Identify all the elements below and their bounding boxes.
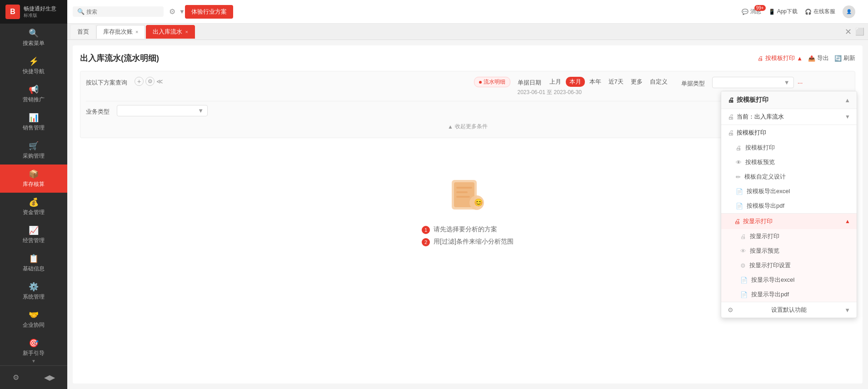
date-filter-group: 单据日期 上月 本月 本年 近7天 更多 自定义 bbox=[518, 77, 670, 96]
main-area: 🔍 ⚙ ▼ 体验行业方案 💬 消息 99+ 📱 App下载 🎧 bbox=[67, 0, 868, 389]
sidebar-item-inventory[interactable]: 📦 库存核算 bbox=[0, 165, 67, 193]
top-bar-tools: ⚙ ▼ bbox=[169, 7, 185, 16]
filter-settings-btn[interactable]: ⚙ bbox=[145, 77, 155, 86]
dropdown-item-display-pdf[interactable]: 📄 按显示导出pdf bbox=[721, 287, 857, 302]
template-print-section: 🖨 按模板打印 🖨 按模板打印 👁 按模板预览 bbox=[721, 125, 857, 214]
refresh-btn[interactable]: 🔄 刷新 bbox=[834, 54, 855, 62]
date-this-year[interactable]: 本年 bbox=[587, 77, 604, 87]
biz-type-select[interactable]: ▼ bbox=[117, 105, 208, 116]
sidebar-item-finance[interactable]: 💰 资金管理 bbox=[0, 193, 67, 221]
dropdown-item-template-preview[interactable]: 👁 按模板预览 bbox=[721, 155, 857, 170]
display-print-section-header[interactable]: 🖨 按显示打印 ▲ bbox=[721, 214, 857, 229]
dropdown-item-template-excel[interactable]: 📄 按模板导出excel bbox=[721, 184, 857, 199]
topbar-dropdown-icon[interactable]: ▼ bbox=[179, 8, 185, 15]
topbar-gear-icon[interactable]: ⚙ bbox=[169, 7, 175, 16]
date-more[interactable]: 更多 bbox=[628, 77, 645, 87]
dropdown-item-display-print[interactable]: 🖨 按显示打印 bbox=[721, 229, 857, 244]
date-last-7[interactable]: 近7天 bbox=[606, 77, 626, 87]
print-expand-icon[interactable]: ▲ bbox=[797, 55, 803, 62]
collapse-icon[interactable]: ◀▶ bbox=[41, 370, 58, 384]
logo-name: 畅捷通好生意 bbox=[24, 5, 56, 13]
dropdown-item-display-excel[interactable]: 📄 按显示导出excel bbox=[721, 273, 857, 287]
search-box[interactable]: 🔍 bbox=[73, 6, 164, 17]
dropdown-item-display-settings[interactable]: ⚙ 按显示打印设置 bbox=[721, 258, 857, 273]
tag-dot bbox=[479, 81, 482, 84]
template-section-icon: 🖨 bbox=[728, 129, 734, 136]
tab-home[interactable]: 首页 bbox=[71, 25, 95, 39]
dropdown-current-section: 🖨 当前：出入库流水 ▼ bbox=[721, 109, 857, 125]
dropdown-item-display-preview[interactable]: 👁 按显示预览 bbox=[721, 244, 857, 258]
item-display-preview-label: 按显示预览 bbox=[750, 247, 779, 255]
tab-batch-account[interactable]: 库存批次账 × bbox=[96, 25, 145, 39]
sidebar-icon-quick-nav: ⚡ bbox=[29, 56, 39, 66]
sidebar-item-search[interactable]: 🔍 搜索菜单 bbox=[0, 24, 67, 52]
date-this-month[interactable]: 本月 bbox=[566, 77, 585, 87]
step-1-text: 请先选择要分析的方案 bbox=[434, 225, 497, 234]
message-btn[interactable]: 💬 消息 99+ bbox=[742, 8, 761, 15]
empty-illustration: 😊 bbox=[445, 171, 490, 216]
display-print-section: 🖨 按显示打印 ▲ 🖨 按显示打印 👁 按显示预览 bbox=[721, 214, 857, 302]
current-template-arrow[interactable]: ▼ bbox=[845, 114, 850, 120]
date-last-month[interactable]: 上月 bbox=[547, 77, 564, 87]
dropdown-footer[interactable]: ⚙ 设置默认功能 ▼ bbox=[721, 302, 857, 318]
footer-label: 设置默认功能 bbox=[771, 306, 807, 314]
tab-batch-account-close[interactable]: × bbox=[135, 29, 138, 35]
dropdown-print-icon: 🖨 bbox=[728, 96, 734, 104]
dropdown-item-template-pdf[interactable]: 📄 按模板导出pdf bbox=[721, 199, 857, 213]
empty-step-2: 2 用[过滤]条件来缩小分析范围 bbox=[422, 238, 514, 246]
close-icon[interactable]: ✕ bbox=[845, 27, 852, 37]
user-avatar[interactable]: 👤 bbox=[843, 5, 855, 18]
sidebar-label-quick-nav: 快捷导航 bbox=[23, 68, 45, 75]
scroll-down-icon[interactable]: ▼ bbox=[31, 359, 36, 364]
sidebar-item-marketing[interactable]: 📢 营销推广 bbox=[0, 80, 67, 108]
sidebar-icon-enterprise: 🤝 bbox=[29, 310, 39, 320]
online-service-btn[interactable]: 🎧 在线客服 bbox=[805, 8, 835, 15]
industry-btn[interactable]: 体验行业方案 bbox=[185, 5, 233, 19]
app-download-btn[interactable]: 📱 App下载 bbox=[768, 8, 798, 15]
export-label: 导出 bbox=[817, 54, 829, 62]
dropdown-collapse-arrow[interactable]: ▲ bbox=[844, 97, 850, 104]
template-print-label: 按模板打印 bbox=[765, 54, 795, 62]
sidebar-item-basic-info[interactable]: 📋 基础信息 bbox=[0, 249, 67, 277]
export-btn[interactable]: 📤 导出 bbox=[808, 54, 829, 62]
template-print-section-header[interactable]: 🖨 按模板打印 bbox=[721, 125, 857, 140]
search-input[interactable] bbox=[86, 9, 150, 15]
sidebar-label-finance: 资金管理 bbox=[23, 209, 45, 216]
filter-tag-label: 流水明细 bbox=[484, 78, 505, 86]
sidebar-label-sales: 销售管理 bbox=[23, 124, 45, 132]
page-content: 出入库流水(流水明细) 🖨 按模板打印 ▲ 📤 导出 🔄 bbox=[67, 40, 868, 389]
dropdown-item-template-print[interactable]: 🖨 按模板打印 bbox=[721, 140, 857, 155]
sidebar-item-quick-nav[interactable]: ⚡ 快捷导航 bbox=[0, 52, 67, 80]
filter-active-tag[interactable]: 流水明细 bbox=[474, 77, 510, 87]
settings-icon[interactable]: ⚙ bbox=[10, 370, 22, 384]
collapse-label: 收起更多条件 bbox=[455, 123, 488, 130]
doc-type-more[interactable]: ··· bbox=[798, 79, 803, 86]
template-print-btn[interactable]: 🖨 按模板打印 ▲ bbox=[758, 54, 803, 62]
sidebar-scroll-down[interactable]: ▼ bbox=[0, 357, 67, 365]
empty-steps: 1 请先选择要分析的方案 2 用[过滤]条件来缩小分析范围 bbox=[422, 225, 514, 250]
sidebar-item-guide[interactable]: 🎯 新手引导 bbox=[0, 334, 67, 357]
top-bar: 🔍 ⚙ ▼ 体验行业方案 💬 消息 99+ 📱 App下载 🎧 bbox=[67, 0, 868, 24]
empty-step-1: 1 请先选择要分析的方案 bbox=[422, 225, 514, 234]
sidebar-bottom: ⚙ ◀▶ bbox=[0, 365, 67, 389]
export-icon: 📤 bbox=[808, 55, 815, 62]
display-print-arrow[interactable]: ▲ bbox=[845, 218, 850, 224]
filter-add-btn[interactable]: + bbox=[135, 77, 144, 86]
logo-icon: B bbox=[5, 5, 20, 19]
tab-in-out-flow[interactable]: 出入库流水 × bbox=[146, 25, 195, 39]
tab-in-out-flow-close[interactable]: × bbox=[185, 29, 188, 35]
item-display-preview-icon: 👁 bbox=[740, 248, 746, 254]
doc-type-select[interactable]: ▼ bbox=[712, 77, 794, 88]
sidebar-item-sales[interactable]: 📊 销售管理 bbox=[0, 108, 67, 136]
sidebar-item-operations[interactable]: 📈 经营管理 bbox=[0, 221, 67, 249]
sidebar-item-purchase[interactable]: 🛒 采购管理 bbox=[0, 136, 67, 165]
sidebar-item-enterprise[interactable]: 🤝 企业协同 bbox=[0, 305, 67, 334]
filter-collapse-left[interactable]: ≪ bbox=[156, 78, 163, 85]
tabs-bar: 首页 库存批次账 × 出入库流水 × ✕ ⬜ bbox=[67, 24, 868, 40]
sidebar-item-system[interactable]: ⚙️ 系统管理 bbox=[0, 277, 67, 305]
dropdown-title-text: 按模板打印 bbox=[737, 96, 768, 104]
current-template-header[interactable]: 🖨 当前：出入库流水 ▼ bbox=[721, 109, 857, 125]
dropdown-item-template-custom[interactable]: ✏ 模板自定义设计 bbox=[721, 170, 857, 184]
date-custom[interactable]: 自定义 bbox=[647, 77, 670, 87]
maximize-icon[interactable]: ⬜ bbox=[855, 27, 864, 36]
